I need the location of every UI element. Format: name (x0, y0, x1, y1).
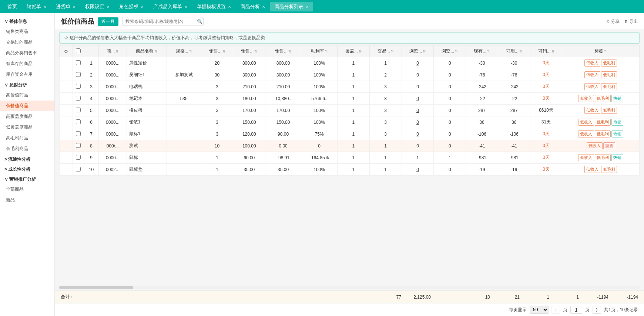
row-col-5: 1 (369, 57, 402, 69)
export-button[interactable]: ⬆ 导出 (624, 18, 638, 25)
search-input[interactable] (122, 17, 204, 26)
sidebar-item-low-value[interactable]: 低价值商品 (0, 101, 54, 111)
nav-role-auth[interactable]: 角色授权 ✕ (115, 2, 148, 11)
row-name: 测试 (127, 140, 167, 152)
row-browse-link[interactable]: 0 (402, 57, 434, 69)
row-tags: 低收入低毛利热销 (562, 128, 640, 140)
row-checkbox[interactable] (76, 131, 81, 136)
nav-product-analysis-list[interactable]: 商品分析列表 ✕ (270, 2, 313, 11)
settings-icon[interactable]: ⚙ (64, 49, 68, 54)
close-icon[interactable]: ✕ (107, 5, 110, 9)
row-browse-link[interactable]: 0 (402, 81, 434, 93)
sidebar-item-new-products[interactable]: 新品 (0, 195, 54, 205)
row-col-3: 100% (301, 164, 338, 176)
page-title: 低价值商品 (61, 17, 94, 26)
row-browse-link[interactable]: 0 (402, 116, 434, 128)
sidebar-item-sales-products[interactable]: 销售类商品 (0, 26, 54, 37)
row-checkbox-cell[interactable] (73, 128, 84, 140)
row-checkbox[interactable] (76, 119, 81, 124)
page-number-input[interactable] (570, 306, 582, 314)
row-checkbox[interactable] (76, 96, 81, 101)
row-checkbox[interactable] (76, 72, 81, 77)
row-checkbox[interactable] (76, 155, 81, 160)
row-checkbox-cell[interactable] (73, 140, 84, 152)
row-checkbox-cell[interactable] (73, 152, 84, 164)
row-browse-link[interactable]: 1 (402, 152, 434, 164)
nav-product-analysis[interactable]: 商品分析 ✕ (236, 2, 269, 11)
close-icon[interactable]: ✕ (184, 5, 187, 9)
sidebar-item-stock-capital[interactable]: 库存资金占用 (0, 69, 54, 80)
per-page-select[interactable]: 50 100 (530, 306, 549, 314)
row-col8: 0 (434, 164, 466, 176)
row-code: 0000... (99, 128, 127, 140)
sidebar-group-growth[interactable]: > 成长性分析 (0, 164, 54, 174)
sidebar-item-all-products[interactable]: 全部商品 (0, 184, 54, 195)
row-checkbox-cell[interactable] (73, 57, 84, 69)
row-col-0: 1 (201, 164, 233, 176)
sidebar-item-stock-products[interactable]: 有库存的商品 (0, 58, 54, 69)
row-col-4: 1 (338, 57, 370, 69)
sidebar-group-liquidity[interactable]: > 流通性分析 (0, 154, 54, 164)
row-browse-link[interactable]: 0 (402, 93, 434, 105)
data-table-wrapper[interactable]: ⚙ 商... ⇅ 商品名称 ⇅ 规格... ⇅ 销售... ⇅ 销售... ⇅ … (59, 45, 640, 286)
close-icon[interactable]: ✕ (141, 5, 144, 9)
close-icon[interactable]: ✕ (73, 5, 76, 9)
row-browse-link[interactable]: 0 (402, 105, 434, 116)
row-checkbox-cell[interactable] (73, 164, 84, 176)
sidebar-item-low-profit[interactable]: 低毛利商品 (0, 143, 54, 154)
sidebar-item-high-value[interactable]: 高价值商品 (0, 90, 54, 101)
row-name: 鼠标1 (127, 128, 167, 140)
per-page-label: 每页显示 (509, 307, 527, 313)
row-browse-link[interactable]: 0 (402, 140, 434, 152)
row-checkbox[interactable] (76, 108, 81, 112)
next-page-button[interactable]: ⟩ (593, 306, 601, 314)
scrollbar-thumb[interactable] (59, 286, 133, 289)
close-icon[interactable]: ✕ (43, 5, 46, 9)
row-checkbox-cell[interactable] (73, 116, 84, 128)
close-icon[interactable]: ✕ (228, 5, 231, 9)
row-spec (167, 128, 201, 140)
row-checkbox[interactable] (76, 167, 81, 171)
sidebar-item-low-coverage[interactable]: 低覆盖度商品 (0, 122, 54, 133)
row-browse-link[interactable]: 0 (402, 128, 434, 140)
nav-product-inbound[interactable]: 产成品入库单 ✕ (149, 2, 192, 11)
row-checkbox[interactable] (76, 84, 81, 89)
pagination: 每页显示 50 100 ⟨ 页 页 ⟩ 共1页，10条记录 (55, 303, 644, 316)
nav-template-settings[interactable]: 单据模板设置 ✕ (192, 2, 235, 11)
nav-home[interactable]: 首页 (3, 2, 21, 11)
nav-permission[interactable]: 权限设置 ✕ (81, 2, 114, 11)
close-icon[interactable]: ✕ (262, 5, 265, 9)
sidebar-item-traded-products[interactable]: 交易过的商品 (0, 37, 54, 48)
close-icon[interactable]: ✕ (306, 5, 309, 9)
row-checkbox-cell[interactable] (73, 69, 84, 81)
row-stock-col-0: 36 (466, 116, 498, 128)
row-checkbox-cell[interactable] (73, 93, 84, 105)
row-browse-link[interactable]: 0 (402, 69, 434, 81)
nav-purchase-order[interactable]: 进货单 ✕ (51, 2, 80, 11)
sidebar-item-category-sales-rate[interactable]: 商品分类销售率 (0, 48, 54, 58)
row-col-1: 100.00 (233, 140, 265, 152)
row-num (60, 152, 73, 164)
row-name: 橡皮擦 (127, 105, 167, 116)
row-browse-link[interactable]: 0 (402, 164, 434, 176)
share-button[interactable]: ⎋ 分享 (607, 18, 620, 25)
row-checkbox[interactable] (76, 60, 81, 65)
row-stock-col-1: -41 (498, 140, 530, 152)
horizontal-scrollbar[interactable] (59, 286, 640, 289)
col-checkbox[interactable] (73, 45, 84, 57)
nav-sales-order[interactable]: 销货单 ✕ (22, 2, 51, 11)
row-checkbox-cell[interactable] (73, 105, 84, 116)
sidebar-item-high-profit[interactable]: 高毛利商品 (0, 133, 54, 143)
filter-month-button[interactable]: 近一月 (98, 17, 118, 26)
first-page-button[interactable]: ⟨ (551, 306, 560, 314)
row-checkbox-cell[interactable] (73, 81, 84, 93)
sidebar-item-high-coverage[interactable]: 高覆盖度商品 (0, 111, 54, 122)
select-all-checkbox[interactable] (76, 48, 81, 53)
row-stock-col-1: -981 (498, 152, 530, 164)
col-settings[interactable]: ⚙ (60, 45, 73, 57)
row-num (60, 140, 73, 152)
tag-badge: 低毛利 (595, 154, 611, 161)
row-spec: 参加复试 (167, 69, 201, 81)
row-col-3: 75% (301, 128, 338, 140)
row-checkbox[interactable] (76, 143, 81, 148)
